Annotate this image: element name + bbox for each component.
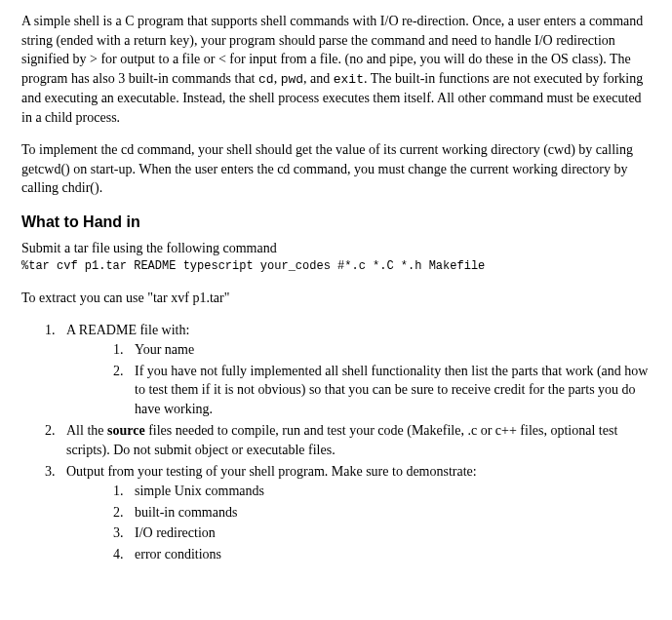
submission-list: 1. A README file with: 1. Your name 2. I… bbox=[21, 321, 651, 563]
bold-text: source bbox=[107, 423, 145, 438]
list-item: 4. error conditions bbox=[135, 545, 651, 564]
extract-instruction: To extract you can use "tar xvf p1.tar" bbox=[21, 289, 651, 308]
list-number: 3. bbox=[45, 462, 56, 482]
list-text: Output from your testing of your shell p… bbox=[66, 464, 477, 479]
text: , bbox=[274, 71, 281, 86]
list-text: A README file with: bbox=[66, 323, 189, 337]
list-item: 2. If you have not fully implemented all… bbox=[135, 362, 651, 419]
list-number: 1. bbox=[113, 340, 124, 360]
intro-paragraph-2: To implement the cd command, your shell … bbox=[21, 140, 651, 198]
list-number: 2. bbox=[45, 421, 56, 441]
list-text: built-in commands bbox=[135, 505, 237, 520]
list-item: 2. All the source files needed to compil… bbox=[66, 421, 651, 459]
list-number: 1. bbox=[45, 321, 56, 340]
list-number: 3. bbox=[113, 523, 124, 543]
list-number: 2. bbox=[113, 362, 124, 381]
list-text: All the source files needed to compile, … bbox=[66, 423, 617, 457]
list-item: 2. built-in commands bbox=[135, 503, 651, 523]
list-text: error conditions bbox=[135, 547, 221, 562]
sub-list: 1. simple Unix commands 2. built-in comm… bbox=[66, 482, 651, 563]
list-item: 1. simple Unix commands bbox=[135, 482, 651, 501]
code-exit: exit bbox=[334, 72, 364, 87]
code-cd: cd bbox=[258, 72, 274, 87]
list-text: simple Unix commands bbox=[135, 484, 264, 498]
list-item: 1. Your name bbox=[135, 340, 651, 360]
list-item: 1. A README file with: 1. Your name 2. I… bbox=[66, 321, 651, 418]
list-item: 3. I/O redirection bbox=[135, 523, 651, 543]
intro-paragraph-1: A simple shell is a C program that suppo… bbox=[21, 12, 651, 127]
list-item: 3. Output from your testing of your shel… bbox=[66, 462, 651, 563]
code-pwd: pwd bbox=[281, 72, 303, 87]
sub-list: 1. Your name 2. If you have not fully im… bbox=[66, 340, 651, 418]
tar-command: %tar cvf p1.tar README typescript your_c… bbox=[21, 258, 651, 275]
text: , and bbox=[303, 71, 334, 86]
list-text: Your name bbox=[135, 342, 194, 357]
list-text: If you have not fully implemented all sh… bbox=[135, 364, 648, 416]
submit-intro: Submit a tar file using the following co… bbox=[21, 239, 651, 258]
list-number: 2. bbox=[113, 503, 124, 523]
list-text: I/O redirection bbox=[135, 525, 216, 540]
list-number: 1. bbox=[113, 482, 124, 501]
list-number: 4. bbox=[113, 545, 124, 564]
section-heading: What to Hand in bbox=[21, 212, 651, 233]
